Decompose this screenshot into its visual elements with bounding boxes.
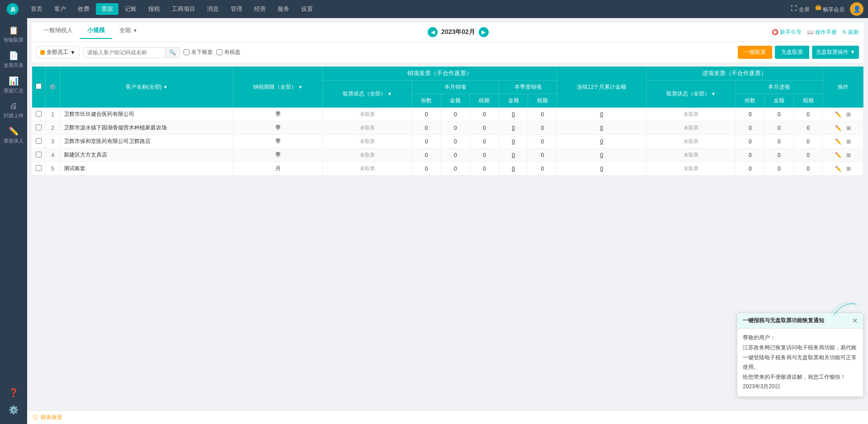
more-icon[interactable]: ⊞: [846, 138, 851, 145]
row-sales-status-cell: 未取票: [323, 148, 412, 162]
row-actions-cell: ✏️ ⊞: [823, 148, 863, 162]
more-icon[interactable]: ⊞: [846, 125, 851, 131]
12months-link[interactable]: 0: [600, 111, 603, 118]
tab-all[interactable]: 全能 ▼: [112, 23, 145, 39]
sales-status-filter-icon[interactable]: ▼: [387, 91, 392, 96]
input-status-filter-icon[interactable]: ▼: [711, 91, 716, 96]
nav-menu: 首页客户收费票据记账报税工商项目消息管理经营服务设置: [25, 3, 791, 15]
sidebar-item-settings[interactable]: ⚙️: [0, 401, 27, 419]
tab-small-scale[interactable]: 小规模: [80, 23, 112, 39]
row-input-monthly-tax-cell: 0: [794, 135, 823, 148]
no-disk-fetch-btn[interactable]: 无盘取票: [775, 46, 809, 59]
account-checkbox[interactable]: [184, 49, 189, 55]
row-checkbox[interactable]: [36, 138, 42, 144]
row-checkbox[interactable]: [36, 124, 42, 130]
row-sales-monthly-amount-cell: 0: [441, 121, 470, 135]
filter-icon[interactable]: ▼: [163, 85, 168, 90]
quarterly-amount-link[interactable]: 0: [512, 166, 515, 172]
row-input-status-cell: 未取票: [646, 121, 736, 135]
refresh-btn[interactable]: ↻ 刷新: [842, 29, 859, 36]
sidebar-item-smart-fetch[interactable]: 📋 智能取票: [0, 22, 27, 47]
edit-icon[interactable]: ✏️: [835, 111, 842, 118]
search-button[interactable]: 🔍: [165, 48, 179, 57]
quarterly-amount-link[interactable]: 0: [512, 111, 515, 118]
new-guide-btn[interactable]: ⭕ 新手引导: [772, 29, 802, 36]
tab-general-taxpayer[interactable]: 一般纳税人: [36, 23, 80, 39]
sidebar-item-help[interactable]: ❓: [0, 384, 27, 401]
row-tax-period-cell: 季: [233, 148, 323, 162]
edit-icon[interactable]: ✏️: [835, 125, 842, 131]
search-icon: 🔍: [169, 49, 176, 56]
nav-item-票据[interactable]: 票据: [96, 3, 118, 15]
edit-icon[interactable]: ✏️: [835, 166, 842, 172]
search-input[interactable]: [84, 48, 165, 57]
table-row: 1 卫辉市玖玖健合医药有限公司 季 未取票 0 0 0 0 0 0 未取票 0 …: [32, 108, 863, 121]
nav-item-设置[interactable]: 设置: [296, 3, 318, 15]
row-number-cell: 5: [46, 162, 60, 176]
row-input-monthly-shares-cell: 0: [736, 108, 764, 121]
row-checkbox[interactable]: [36, 152, 42, 157]
invoice-table: ⚙️ 客户名称(全部) ▼ 纳税期限（全部） ▼ 销项发票（不合作废票） 连续1…: [32, 66, 863, 176]
nav-item-工商项目[interactable]: 工商项目: [166, 3, 201, 15]
th-input-monthly: 本月进项: [736, 81, 822, 94]
tax-period-filter-icon[interactable]: ▼: [298, 85, 302, 90]
12months-link[interactable]: 0: [600, 152, 603, 158]
more-icon[interactable]: ⊞: [846, 111, 851, 118]
nav-item-管理[interactable]: 管理: [225, 3, 248, 15]
quarterly-amount-link[interactable]: 0: [512, 152, 515, 158]
row-sales-monthly-shares-cell: 0: [412, 148, 441, 162]
row-sales-status-cell: 未取票: [323, 162, 412, 176]
row-checkbox[interactable]: [36, 165, 42, 171]
prev-month-btn[interactable]: ◀: [428, 27, 438, 37]
select-all-checkbox[interactable]: [36, 83, 42, 89]
12months-link[interactable]: 0: [600, 138, 603, 145]
sidebar-item-invoice-issue[interactable]: 📄 发票开具: [0, 47, 27, 72]
app-logo[interactable]: 易: [5, 1, 21, 17]
row-sales-monthly-shares-cell: 0: [412, 135, 441, 148]
nav-item-客户[interactable]: 客户: [49, 3, 71, 15]
more-icon[interactable]: ⊞: [846, 166, 851, 172]
nav-item-消息[interactable]: 消息: [202, 3, 224, 15]
column-settings-icon[interactable]: ⚙️: [49, 84, 56, 90]
user-avatar[interactable]: 👤: [850, 2, 863, 16]
account-checkbox-label[interactable]: 名下账套: [184, 48, 213, 56]
search-box: 🔍: [83, 47, 180, 58]
fullscreen-btn[interactable]: 全屏: [791, 5, 809, 14]
nav-item-经营[interactable]: 经营: [249, 3, 271, 15]
tax-policy-link[interactable]: 税务政策: [41, 414, 62, 421]
manual-btn[interactable]: 📖 操作手册: [807, 29, 837, 36]
nav-item-首页[interactable]: 首页: [25, 3, 48, 15]
quarterly-amount-link[interactable]: 0: [512, 125, 515, 131]
nav-item-记账[interactable]: 记账: [119, 3, 142, 15]
next-month-btn[interactable]: ▶: [479, 27, 489, 37]
nav-item-收费[interactable]: 收费: [72, 3, 95, 15]
tax-disk-checkbox-label[interactable]: 有税盘: [217, 48, 241, 56]
member-btn[interactable]: 畅享会员: [815, 5, 844, 14]
row-sales-quarterly-amount-cell: 0: [499, 135, 528, 148]
nav-item-服务[interactable]: 服务: [272, 3, 295, 15]
sidebar-item-invoice-summary[interactable]: 📊 票据汇总: [0, 72, 27, 98]
edit-icon[interactable]: ✏️: [835, 138, 842, 145]
more-icon[interactable]: ⊞: [846, 152, 851, 158]
12months-link[interactable]: 0: [600, 125, 603, 131]
chevron-down-icon: ▼: [133, 28, 137, 33]
quarterly-amount-link[interactable]: 0: [512, 138, 515, 145]
row-input-monthly-tax-cell: 0: [794, 162, 823, 176]
sidebar-item-scan-upload[interactable]: 🖨 扫描上传: [0, 98, 27, 123]
scan-upload-icon: 🖨: [9, 101, 18, 111]
one-click-fetch-btn[interactable]: 一键取票: [738, 46, 772, 59]
row-input-monthly-amount-cell: 0: [764, 162, 793, 176]
popup-close-btn[interactable]: ✕: [852, 317, 858, 324]
edit-icon[interactable]: ✏️: [835, 152, 842, 158]
tax-disk-checkbox[interactable]: [217, 49, 222, 55]
no-disk-operations-dropdown[interactable]: 无盘取票操作 ▼: [812, 46, 859, 59]
month-navigation: ◀ 2023年02月 ▶: [145, 27, 772, 37]
nav-item-报税[interactable]: 报税: [143, 3, 165, 15]
12months-link[interactable]: 0: [600, 166, 603, 172]
row-number-cell: 3: [46, 135, 60, 148]
employee-dropdown[interactable]: 全部员工 ▼: [36, 46, 80, 58]
sidebar-item-invoice-entry[interactable]: ✏️ 票据录入: [0, 123, 27, 148]
row-checkbox[interactable]: [36, 111, 42, 117]
th-operations: 操作: [823, 67, 863, 108]
row-customer-cell: 卫辉市玖玖健合医药有限公司: [60, 108, 233, 121]
